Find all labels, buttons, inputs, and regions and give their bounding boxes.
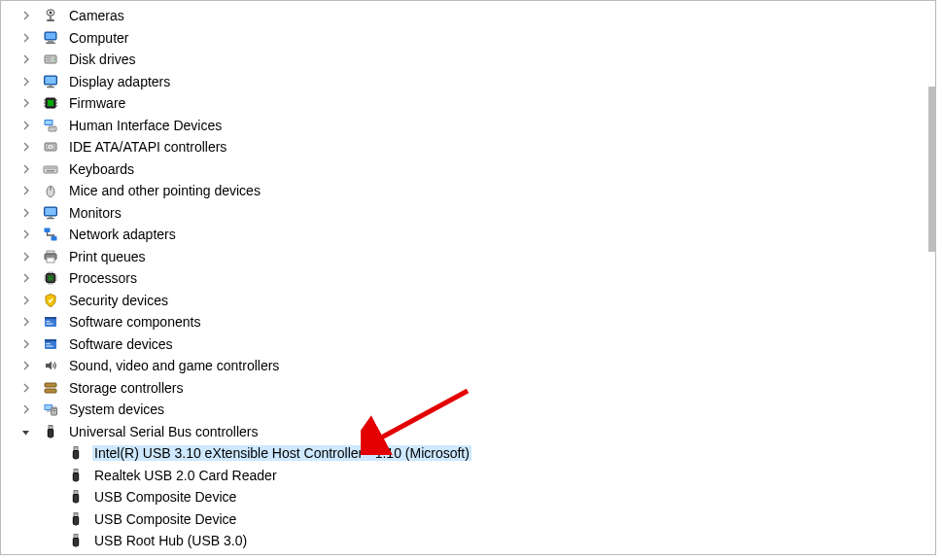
tree-item-computer[interactable]: Computer	[1, 27, 935, 50]
tree-item-display-adapters[interactable]: Display adapters	[1, 71, 935, 93]
usb-icon	[67, 510, 85, 528]
system-icon	[42, 401, 59, 418]
svg-rect-47	[47, 218, 54, 219]
svg-rect-113	[77, 536, 78, 537]
tree-item-usb-comp-1[interactable]: USB Composite Device	[1, 486, 935, 508]
scrollbar-thumb[interactable]	[928, 87, 935, 252]
device-tree[interactable]: CamerasComputerDisk drivesDisplay adapte…	[1, 1, 935, 556]
svg-rect-84	[52, 408, 56, 409]
svg-rect-28	[52, 127, 52, 128]
svg-point-32	[50, 146, 52, 148]
tree-item-label: Disk drives	[67, 52, 137, 67]
expand-icon[interactable]	[20, 120, 32, 131]
svg-rect-29	[53, 127, 54, 128]
tree-item-keyboards[interactable]: Keyboards	[1, 158, 935, 181]
expand-icon[interactable]	[20, 338, 32, 350]
expand-icon[interactable]	[20, 228, 32, 240]
expand-icon[interactable]	[20, 403, 32, 415]
expand-icon[interactable]	[20, 295, 32, 306]
svg-rect-13	[46, 77, 56, 84]
svg-rect-75	[47, 345, 53, 346]
tree-item-print[interactable]: Print queues	[1, 246, 935, 268]
tree-item-sound[interactable]: Sound, video and game controllers	[1, 355, 935, 377]
svg-rect-7	[46, 42, 55, 44]
expand-icon[interactable]	[20, 207, 32, 219]
svg-rect-115	[75, 546, 77, 547]
tree-item-label: Cameras	[67, 8, 126, 23]
hid-icon	[42, 117, 59, 134]
tree-item-mice[interactable]: Mice and other pointing devices	[1, 180, 935, 202]
tree-item-intel-usb[interactable]: Intel(R) USB 3.10 eXtensible Host Contro…	[1, 442, 935, 465]
software-icon	[42, 335, 59, 353]
camera-icon	[42, 7, 59, 24]
vertical-scrollbar[interactable]	[928, 1, 935, 554]
tree-item-ide[interactable]: IDE ATA/ATAPI controllers	[1, 136, 935, 158]
sound-icon	[42, 357, 59, 374]
expand-icon[interactable]	[20, 10, 32, 21]
software-icon	[42, 313, 59, 331]
expand-icon[interactable]	[20, 32, 32, 44]
tree-item-software-components[interactable]: Software components	[1, 311, 935, 333]
tree-item-cameras[interactable]: Cameras	[1, 5, 935, 27]
tree-item-storage[interactable]: Storage controllers	[1, 377, 935, 400]
expand-icon[interactable]	[20, 360, 32, 371]
svg-rect-101	[74, 491, 78, 495]
expand-icon[interactable]	[20, 185, 32, 196]
expand-icon[interactable]	[20, 382, 32, 394]
svg-rect-96	[74, 469, 78, 472]
svg-rect-2	[50, 16, 52, 19]
svg-rect-34	[46, 167, 47, 168]
print-icon	[42, 248, 59, 265]
tree-item-processors[interactable]: Processors	[1, 267, 935, 290]
svg-rect-27	[50, 127, 51, 128]
processor-icon	[42, 269, 59, 287]
tree-item-monitors[interactable]: Monitors	[1, 202, 935, 225]
svg-rect-88	[52, 426, 52, 427]
expand-icon[interactable]	[20, 316, 32, 328]
ide-icon	[42, 138, 59, 156]
tree-item-usb-comp-2[interactable]: USB Composite Device	[1, 508, 935, 531]
tree-item-software-devices[interactable]: Software devices	[1, 333, 935, 356]
tree-item-disk-drives[interactable]: Disk drives	[1, 49, 935, 71]
collapse-icon[interactable]	[20, 426, 32, 438]
svg-rect-93	[77, 448, 78, 449]
svg-rect-108	[77, 513, 78, 514]
tree-item-usb[interactable]: Universal Serial Bus controllers	[1, 421, 935, 443]
svg-rect-5	[46, 33, 55, 39]
svg-rect-104	[73, 495, 78, 503]
tree-item-label: Software components	[67, 314, 202, 330]
expand-icon[interactable]	[20, 272, 32, 284]
svg-rect-33	[44, 166, 57, 173]
svg-rect-35	[48, 167, 49, 168]
svg-rect-105	[75, 503, 77, 504]
tree-item-usb-root-hub[interactable]: USB Root Hub (USB 3.0)	[1, 530, 935, 552]
expand-icon[interactable]	[20, 141, 32, 153]
tree-item-label: Software devices	[67, 336, 175, 352]
tree-item-hid[interactable]: Human Interface Devices	[1, 115, 935, 137]
expand-icon[interactable]	[20, 53, 32, 65]
expand-icon[interactable]	[20, 251, 32, 262]
svg-rect-112	[75, 536, 76, 537]
device-manager-window: CamerasComputerDisk drivesDisplay adapte…	[0, 0, 936, 555]
tree-item-security[interactable]: Security devices	[1, 290, 935, 312]
tree-item-label: Processors	[67, 270, 139, 286]
svg-rect-87	[50, 426, 51, 427]
usb-icon	[67, 532, 85, 549]
storage-icon	[42, 379, 59, 397]
tree-item-label: Mice and other pointing devices	[67, 183, 262, 198]
svg-rect-6	[48, 41, 53, 43]
expand-icon[interactable]	[20, 97, 32, 109]
svg-rect-74	[47, 343, 51, 344]
svg-point-78	[53, 384, 54, 385]
svg-rect-95	[75, 459, 77, 460]
tree-item-realtek[interactable]: Realtek USB 2.0 Card Reader	[1, 465, 935, 487]
expand-icon[interactable]	[20, 163, 32, 175]
tree-item-firmware[interactable]: Firmware	[1, 92, 935, 115]
tree-item-label: Intel(R) USB 3.10 eXtensible Host Contro…	[92, 445, 471, 461]
tree-item-network[interactable]: Network adapters	[1, 224, 935, 246]
svg-rect-52	[47, 258, 54, 262]
usb-icon	[67, 444, 85, 462]
tree-item-system[interactable]: System devices	[1, 399, 935, 421]
svg-rect-90	[50, 437, 52, 438]
expand-icon[interactable]	[20, 76, 32, 88]
